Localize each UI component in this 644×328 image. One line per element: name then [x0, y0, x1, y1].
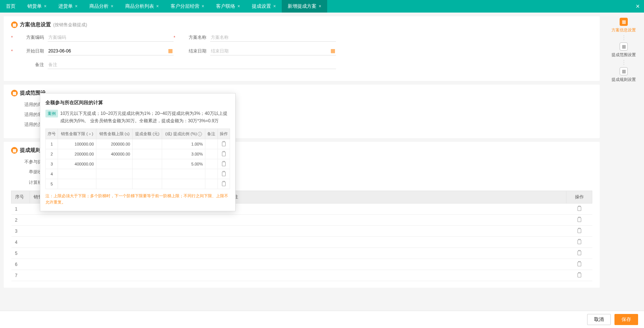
tab-客户分层经营[interactable]: 客户分层经营× [165, 0, 210, 13]
trash-icon [577, 239, 582, 244]
row-delete-button[interactable] [566, 248, 592, 259]
popover-table: 序号 销售金额下限 (＞) 销售金额上限 (≤) 提成金额 (元) (或) 提成… [45, 129, 230, 189]
table-row: 1100000.00200000.001.00% [46, 139, 230, 149]
cell-high [96, 159, 133, 169]
tab-新增提成方案[interactable]: 新增提成方案× [282, 0, 327, 13]
row-delete-button[interactable] [217, 179, 230, 189]
cell-idx: 7 [11, 270, 30, 281]
cell-commission [133, 139, 162, 149]
tab-客户联络[interactable]: 客户联络× [210, 0, 246, 13]
pop-col-idx: 序号 [46, 129, 58, 139]
cell-low [58, 169, 96, 179]
tab-提成设置[interactable]: 提成设置× [246, 0, 282, 13]
anchor-icon: ▦ [620, 67, 628, 75]
section-subtitle: (按销售金额提成) [53, 22, 87, 28]
table-row: 3 [11, 226, 592, 237]
row-delete-button[interactable] [217, 169, 230, 179]
table-row: 2200000.00400000.003.00% [46, 149, 230, 159]
plan-code-input[interactable] [48, 33, 174, 42]
row-delete-button[interactable] [217, 149, 230, 159]
cell-remark [205, 169, 217, 179]
table-row: 5 [11, 248, 592, 259]
tab-close-icon[interactable]: × [75, 4, 78, 9]
pop-col-ratio: (或) 提成比例 (%)i [162, 129, 205, 139]
trash-icon [222, 171, 226, 176]
info-icon[interactable]: i [198, 132, 202, 136]
required-mark: * [11, 49, 13, 54]
cell-high: 400000.00 [96, 149, 133, 159]
col-remark: 备注 [226, 191, 566, 204]
remark-input[interactable] [48, 61, 336, 69]
table-row: 3400000.005.00% [46, 159, 230, 169]
popover-note: 注：上限必须大于下限；多个阶梯时，下一个阶梯下限要等于前一阶梯上限；不同行之间下… [45, 193, 230, 206]
row-delete-button[interactable] [566, 215, 592, 226]
tab-首页[interactable]: 首页 [0, 0, 21, 13]
tab-close-icon[interactable]: × [111, 4, 113, 9]
top-tab-bar: 首页销货单×进货单×商品分析×商品分析列表×客户分层经营×客户联络×提成设置×新… [0, 0, 644, 13]
row-delete-button[interactable] [217, 159, 230, 169]
tab-close-icon[interactable]: × [202, 4, 204, 9]
anchor-方案信息设置[interactable]: ▦方案信息设置 [606, 18, 642, 33]
trash-icon [577, 250, 582, 255]
start-date-input[interactable] [48, 47, 174, 55]
case-tag: 案例 [45, 110, 58, 117]
cell-idx: 4 [46, 169, 58, 179]
end-date-label: 结束日期 [176, 48, 206, 54]
close-all-tabs-button[interactable]: × [631, 0, 644, 13]
anchor-icon: ▦ [620, 18, 628, 26]
row-delete-button[interactable] [566, 226, 592, 237]
pop-col-high: 销售金额上限 (≤) [96, 129, 133, 139]
section-plan-info: ▦ 方案信息设置 (按销售金额提成) * 方案编码 * 方案名称 * [4, 16, 600, 81]
anchor-icon: ▦ [620, 42, 628, 51]
cell-low: 100000.00 [58, 139, 96, 149]
cell-low: 400000.00 [58, 159, 96, 169]
calc-rule-popover: 全额参与所在区间段的计算 案例 10万元以下无提成；10~20万元提成比例为1%… [40, 93, 236, 211]
section-icon: ▦ [11, 21, 18, 28]
plan-name-label: 方案名称 [176, 34, 206, 41]
cell-high: 200000.00 [96, 139, 133, 149]
trash-icon [222, 181, 226, 186]
pop-col-low: 销售金额下限 (＞) [58, 129, 96, 139]
cell-idx: 1 [11, 204, 30, 215]
plan-code-label: 方案编码 [14, 34, 44, 41]
anchor-label: 提成范围设置 [612, 52, 636, 58]
tab-销货单[interactable]: 销货单× [21, 0, 52, 13]
section-icon: ▦ [11, 90, 18, 96]
calendar-icon[interactable]: ▦ [330, 48, 335, 54]
row-delete-button[interactable] [566, 259, 592, 270]
trash-icon [577, 217, 582, 222]
row-delete-button[interactable] [566, 204, 592, 215]
row-delete-button[interactable] [566, 270, 592, 281]
tab-close-icon[interactable]: × [273, 4, 276, 9]
anchor-label: 方案信息设置 [612, 27, 636, 33]
tab-进货单[interactable]: 进货单× [52, 0, 83, 13]
tab-商品分析[interactable]: 商品分析× [83, 0, 119, 13]
trash-icon [577, 261, 582, 266]
table-row: 4 [11, 237, 592, 248]
cell-ratio: 3.00% [162, 149, 205, 159]
row-delete-button[interactable] [217, 139, 230, 149]
tab-close-icon[interactable]: × [44, 4, 47, 9]
tab-close-icon[interactable]: × [156, 4, 159, 9]
cell-commission [133, 149, 162, 159]
anchor-提成规则设置[interactable]: ▦提成规则设置 [606, 67, 642, 82]
table-row: 2 [11, 215, 592, 226]
row-delete-button[interactable] [566, 237, 592, 248]
cell-remark [205, 179, 217, 189]
trash-icon [222, 151, 226, 156]
tab-close-icon[interactable]: × [237, 4, 240, 9]
tab-商品分析列表[interactable]: 商品分析列表× [119, 0, 165, 13]
required-mark: * [11, 35, 13, 40]
cell-idx: 1 [46, 139, 58, 149]
pop-col-remark: 备注 [205, 129, 217, 139]
anchor-提成范围设置[interactable]: ▦提成范围设置 [606, 42, 642, 58]
close-icon: × [636, 3, 640, 10]
cell-idx: 2 [11, 215, 30, 226]
calendar-icon[interactable]: ▦ [168, 48, 173, 54]
plan-name-input[interactable] [210, 33, 336, 42]
trash-icon [577, 206, 582, 211]
col-op: 操作 [566, 191, 592, 204]
end-date-input[interactable] [210, 47, 336, 55]
tab-close-icon[interactable]: × [319, 4, 321, 9]
trash-icon [577, 272, 582, 277]
